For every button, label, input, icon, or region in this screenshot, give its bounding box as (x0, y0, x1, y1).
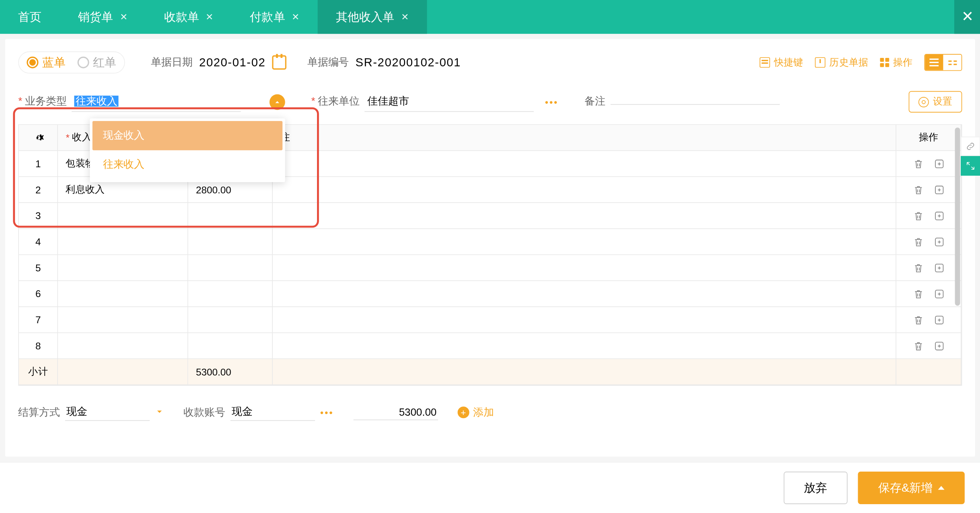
row-ops (896, 151, 961, 177)
remark-field: 备注 (585, 95, 806, 109)
shortcut-link[interactable]: 快捷键 (760, 56, 803, 69)
row-name[interactable] (58, 203, 188, 229)
option-cash-income[interactable]: 现金收入 (93, 121, 282, 150)
date-value[interactable]: 2020-01-02 (199, 55, 266, 69)
close-all-button[interactable]: ✕ (954, 0, 980, 34)
option-ar-income[interactable]: 往来收入 (93, 150, 282, 179)
row-name[interactable] (58, 333, 188, 359)
row-name[interactable] (58, 307, 188, 333)
tab-other-income[interactable]: 其他收入单✕ (318, 0, 427, 34)
discard-button[interactable]: 放弃 (784, 472, 848, 504)
settle-value[interactable]: 现金 (65, 404, 150, 421)
amount-value[interactable]: 5300.00 (353, 405, 438, 420)
scrollbar[interactable] (955, 127, 960, 382)
row-amount[interactable] (188, 203, 273, 229)
view-list[interactable] (925, 55, 943, 70)
row-index: 1 (19, 151, 58, 177)
history-icon (815, 57, 826, 68)
payment-row: 结算方式 现金 收款账号 现金 ••• 5300.00 +添加 (18, 386, 962, 447)
remark-input[interactable] (611, 99, 780, 105)
delete-icon[interactable] (912, 288, 924, 300)
party-field: 往来单位 佳佳超市 ••• (311, 92, 558, 112)
add-payment-button[interactable]: +添加 (457, 406, 494, 419)
row-amount[interactable] (188, 307, 273, 333)
subtotal-amount: 5300.00 (188, 359, 273, 385)
close-icon[interactable]: ✕ (401, 12, 409, 22)
history-link[interactable]: 历史单据 (815, 56, 869, 69)
add-row-icon[interactable] (933, 158, 945, 169)
row-amount[interactable] (188, 333, 273, 359)
row-amount[interactable] (188, 281, 273, 307)
doc-type-radio: 蓝单 红单 (18, 51, 125, 74)
row-ops (896, 203, 961, 229)
header-gear[interactable] (19, 125, 58, 151)
tab-receipt[interactable]: 收款单✕ (146, 0, 232, 34)
party-more-icon[interactable]: ••• (545, 96, 559, 107)
link-icon[interactable] (961, 137, 980, 156)
row-remark[interactable] (273, 333, 896, 359)
add-row-icon[interactable] (933, 262, 945, 273)
delete-icon[interactable] (912, 314, 924, 326)
add-row-icon[interactable] (933, 340, 945, 351)
add-row-icon[interactable] (933, 210, 945, 222)
row-ops (896, 255, 961, 281)
tab-sales[interactable]: 销货单✕ (60, 0, 146, 34)
gear-icon (32, 132, 44, 144)
delete-icon[interactable] (912, 236, 924, 248)
tab-home[interactable]: 首页 (0, 0, 60, 34)
docno-value: SR-20200102-001 (356, 55, 461, 69)
row-ops (896, 333, 961, 359)
add-row-icon[interactable] (933, 236, 945, 248)
settle-label: 结算方式 (18, 406, 60, 419)
row-remark[interactable] (273, 307, 896, 333)
row-name[interactable] (58, 281, 188, 307)
settle-field: 结算方式 现金 (18, 404, 164, 421)
grid-icon (880, 58, 889, 67)
tab-payment[interactable]: 付款单✕ (232, 0, 318, 34)
row-index: 2 (19, 177, 58, 203)
row-remark[interactable] (273, 151, 896, 177)
row-name[interactable] (58, 255, 188, 281)
radio-red[interactable]: 红单 (78, 55, 117, 70)
row-amount[interactable] (188, 255, 273, 281)
row-name[interactable] (58, 229, 188, 255)
row-remark[interactable] (273, 177, 896, 203)
form-row: 业务类型 往来收入 现金收入 往来收入 往来单位 佳佳超市 ••• 备注 设置 (18, 78, 962, 118)
close-icon[interactable]: ✕ (206, 12, 213, 22)
view-grid[interactable] (943, 55, 961, 70)
delete-icon[interactable] (912, 184, 924, 195)
ops-link[interactable]: 操作 (880, 56, 913, 69)
biz-type-input[interactable]: 往来收入 (72, 92, 241, 112)
row-remark[interactable] (273, 229, 896, 255)
delete-icon[interactable] (912, 210, 924, 222)
row-remark[interactable] (273, 281, 896, 307)
header-remark: 注 (273, 125, 896, 151)
delete-icon[interactable] (912, 262, 924, 273)
add-row-icon[interactable] (933, 184, 945, 195)
chevron-up-icon[interactable] (270, 94, 285, 110)
close-icon[interactable]: ✕ (292, 12, 299, 22)
radio-blue[interactable]: 蓝单 (27, 55, 66, 70)
settings-button[interactable]: 设置 (909, 91, 962, 113)
row-remark[interactable] (273, 203, 896, 229)
account-more-icon[interactable]: ••• (320, 407, 334, 418)
add-row-icon[interactable] (933, 314, 945, 326)
delete-icon[interactable] (912, 340, 924, 351)
row-ops (896, 177, 961, 203)
party-input[interactable]: 佳佳超市 (364, 92, 534, 112)
save-button[interactable]: 保存&新增 (858, 472, 964, 504)
row-amount[interactable] (188, 229, 273, 255)
add-row-icon[interactable] (933, 288, 945, 300)
calendar-icon[interactable] (272, 55, 286, 70)
account-value[interactable]: 现金 (231, 404, 315, 421)
view-toggle (924, 54, 962, 71)
chevron-down-icon[interactable] (155, 407, 164, 418)
delete-icon[interactable] (912, 158, 924, 169)
expand-icon[interactable] (961, 156, 980, 176)
biz-type-dropdown: 现金收入 往来收入 (90, 118, 285, 182)
caret-up-icon (938, 486, 945, 490)
close-icon[interactable]: ✕ (120, 12, 128, 22)
row-remark[interactable] (273, 255, 896, 281)
row-index: 4 (19, 229, 58, 255)
docno-label: 单据编号 (307, 55, 349, 69)
